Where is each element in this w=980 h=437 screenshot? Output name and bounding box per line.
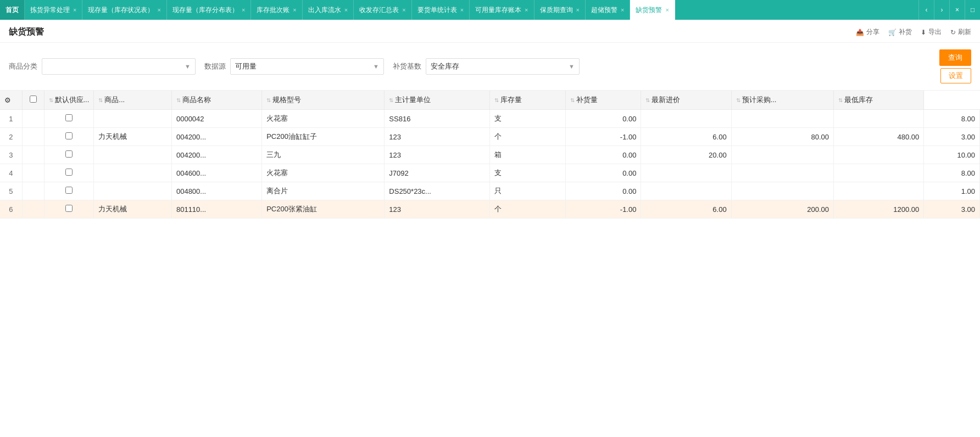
row-index: 2 [0,128,22,146]
table-row[interactable]: 6 力天机械 801110... PC200张紧油缸 123 个 -1.00 6… [0,200,980,218]
close-icon[interactable]: × [344,7,348,13]
col-default-supplier[interactable]: ⇅ 默认供应... [44,91,94,110]
filter-category-group: 商品分类 ▼ [9,58,196,75]
table-row[interactable]: 5 004800... 离合片 DS250*23c... 只 0.00 1.00 [0,182,980,200]
row-checkbox[interactable] [65,150,73,158]
tab-prev-button[interactable]: ‹ [918,0,934,20]
row-settings[interactable] [22,164,44,182]
tab-defect-proc[interactable]: 拣货异常处理 × [25,0,82,20]
table-row[interactable]: 3 004200... 三九 123 箱 0.00 20.00 10.00 [0,146,980,164]
row-product-code: 004800... [171,182,261,200]
table-row[interactable]: 4 004600... 火花塞 J7092 支 0.00 8.00 [0,164,980,182]
replenish-button[interactable]: 🛒 补货 [888,27,912,37]
datasource-select[interactable]: 可用量 ▼ [230,58,384,75]
row-spec: 123 [385,128,490,146]
close-icon[interactable]: × [621,7,624,13]
replenish-base-select[interactable]: 安全库存 ▼ [426,58,580,75]
tab-home[interactable]: 首页 [0,0,25,20]
row-checkbox[interactable] [65,205,73,212]
close-icon[interactable]: × [576,7,580,13]
col-header-label: 主计量单位 [395,95,431,105]
export-button[interactable]: ⬇ 导出 [921,27,942,37]
row-min-stock: 1.00 [924,182,980,200]
tab-inventory-dist[interactable]: 现存量（库存分布表） × [167,0,251,20]
row-settings[interactable] [22,182,44,200]
row-min-stock: 10.00 [924,146,980,164]
row-min-stock: 3.00 [924,200,980,218]
tab-expand-button[interactable]: □ [965,0,980,20]
chevron-down-icon: ▼ [185,63,191,70]
col-settings: ⚙ [0,91,22,110]
tab-order-stats[interactable]: 要货单统计表 × [412,0,470,20]
sort-icon: ⇅ [266,97,271,103]
tab-close-button[interactable]: × [949,0,965,20]
category-select[interactable]: ▼ [42,58,196,75]
row-est-purchase [834,146,924,164]
col-header-label: 默认供应... [55,95,90,105]
col-product-code[interactable]: ⇅ 商品... [94,91,172,110]
row-checkbox[interactable] [65,187,73,194]
col-unit[interactable]: ⇅ 主计量单位 [385,91,490,110]
col-est-purchase[interactable]: ⇅ 预计采购... [731,91,833,110]
table-row[interactable]: 2 力天机械 004200... PC200油缸缸子 123 个 -1.00 6… [0,128,980,146]
col-replenish-qty[interactable]: ⇅ 补货量 [565,91,641,110]
share-button[interactable]: 📤 分享 [856,27,879,37]
tab-shortage[interactable]: 缺货预警 × [630,0,675,20]
tab-recv-summary[interactable]: 收发存汇总表 × [354,0,411,20]
row-default-supplier [94,110,172,128]
row-checkbox-cell [44,146,94,164]
close-icon[interactable]: × [525,7,528,13]
col-min-stock[interactable]: ⇅ 最低库存 [834,91,924,110]
tab-batch-account[interactable]: 库存批次账 × [251,0,302,20]
close-icon[interactable]: × [402,7,405,13]
row-est-purchase [834,182,924,200]
filter-datasource-group: 数据源 可用量 ▼ [204,58,384,75]
tab-expiry-query[interactable]: 保质期查询 × [534,0,586,20]
select-all-checkbox[interactable] [30,96,37,103]
data-table: ⚙ ⇅ 默认供应... ⇅ [0,91,980,218]
page-title: 缺货预警 [9,26,856,38]
close-icon[interactable]: × [242,7,245,13]
tab-inventory-status[interactable]: 现存量（库存状况表） × [82,0,166,20]
row-checkbox[interactable] [65,169,73,176]
col-header-label: 最新进价 [652,95,680,105]
row-checkbox[interactable] [65,114,73,121]
tab-avail-ledger[interactable]: 可用量库存账本 × [470,0,534,20]
row-unit: 个 [490,128,566,146]
settings-icon[interactable]: ⚙ [4,96,11,104]
close-icon[interactable]: × [293,7,296,13]
tab-overstock[interactable]: 超储预警 × [586,0,630,20]
col-latest-price[interactable]: ⇅ 最新进价 [641,91,731,110]
row-settings[interactable] [22,128,44,146]
col-product-name[interactable]: ⇅ 商品名称 [171,91,261,110]
export-label: 导出 [928,27,942,37]
tab-label: 收发存汇总表 [359,5,399,15]
close-icon[interactable]: × [460,7,464,13]
refresh-button[interactable]: ↻ 刷新 [950,27,971,37]
row-product-code: 801110... [171,200,261,218]
row-checkbox[interactable] [65,132,73,139]
row-unit: 支 [490,110,566,128]
settings-button[interactable]: 设置 [940,68,971,83]
row-settings[interactable] [22,146,44,164]
row-replenish-qty [641,110,731,128]
tab-bar: 首页 拣货异常处理 × 现存量（库存状况表） × 现存量（库存分布表） × 库存… [0,0,980,20]
row-min-stock: 8.00 [924,110,980,128]
table-header-row: ⚙ ⇅ 默认供应... ⇅ [0,91,980,110]
col-spec[interactable]: ⇅ 规格型号 [262,91,385,110]
tab-inout-flow[interactable]: 出入库流水 × [303,0,354,20]
row-checkbox-cell [44,128,94,146]
row-settings[interactable] [22,110,44,128]
col-stock[interactable]: ⇅ 库存量 [490,91,566,110]
close-icon[interactable]: × [665,7,669,13]
query-button[interactable]: 查询 [939,49,971,66]
row-settings[interactable] [22,200,44,218]
row-latest-price [731,164,833,182]
row-product-name: PC200油缸缸子 [262,128,385,146]
refresh-label: 刷新 [958,27,971,37]
table-row[interactable]: 1 0000042 火花塞 SS816 支 0.00 8.00 [0,110,980,128]
tab-next-button[interactable]: › [934,0,949,20]
replenish-base-value: 安全库存 [431,61,459,71]
close-icon[interactable]: × [157,7,160,13]
close-icon[interactable]: × [73,7,76,13]
